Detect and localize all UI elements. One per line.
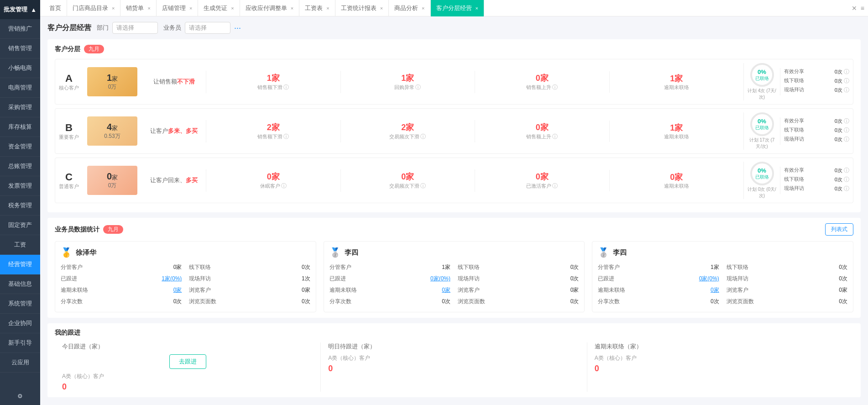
sidebar-item-云应用[interactable]: 云应用 xyxy=(0,353,40,373)
info-icon[interactable]: ⓘ xyxy=(844,87,849,93)
sidebar-item-系统管理[interactable]: 系统管理 xyxy=(0,294,40,314)
staff-stat-label: 逾期未联络 xyxy=(329,286,357,294)
sidebar-item-营销推广[interactable]: 营销推广 xyxy=(0,19,40,39)
sidebar-item-总账管理[interactable]: 总账管理 xyxy=(0,157,40,176)
staff-stat-row: 逾期未联络 0家 xyxy=(61,285,182,295)
tab-close-icon[interactable]: × xyxy=(291,5,293,11)
tab-close-icon[interactable]: × xyxy=(147,5,150,11)
tab-close-icon[interactable]: × xyxy=(326,5,329,11)
list-view-button[interactable]: 列表式 xyxy=(825,223,853,236)
sidebar-item-工资[interactable]: 工资 xyxy=(0,235,40,255)
info-icon[interactable]: ⓘ xyxy=(283,84,289,91)
info-icon[interactable]: ⓘ xyxy=(415,84,421,91)
tier-stat-item: 1家 逾期未联络 xyxy=(609,121,744,142)
staff-stat-label: 现场拜访 xyxy=(458,275,480,283)
staff-stat-row: 分管客户 0家 xyxy=(61,263,182,272)
followup-section-header: 我的跟进 xyxy=(55,329,853,337)
info-icon[interactable]: ⓘ xyxy=(552,133,558,141)
info-icon[interactable]: ⓘ xyxy=(844,127,849,133)
tab-应收应付调整单[interactable]: 应收应付调整单× xyxy=(240,0,299,16)
sidebar-footer-settings[interactable]: ⚙ xyxy=(0,387,40,405)
staff-medal-icon: 🥇 xyxy=(61,247,72,258)
sidebar-item-新手引导[interactable]: 新手引导 xyxy=(0,333,40,353)
more-filter-icon[interactable]: ··· xyxy=(234,23,241,33)
followup-sub-label: A类（核心）客户 xyxy=(595,354,846,362)
tab-工资表[interactable]: 工资表× xyxy=(299,0,335,16)
staff-stat-row: 逾期未联络 0家 xyxy=(598,285,719,295)
dept-select[interactable]: 请选择 xyxy=(112,22,158,34)
tab-生成凭证[interactable]: 生成凭证× xyxy=(198,0,240,16)
staff-select[interactable]: 请选择 xyxy=(185,22,230,34)
sidebar-item-库存核算[interactable]: 库存核算 xyxy=(0,117,40,137)
sidebar-header[interactable]: 批发管理 ▲ xyxy=(0,0,40,19)
info-icon[interactable]: ⓘ xyxy=(844,176,849,183)
staff-stat-value: 0次 xyxy=(173,298,182,305)
sidebar-item-发票管理[interactable]: 发票管理 xyxy=(0,176,40,196)
followup-value: 0 xyxy=(328,364,579,373)
sidebar-item-小畅电商[interactable]: 小畅电商 xyxy=(0,58,40,78)
sidebar-item-基础信息[interactable]: 基础信息 xyxy=(0,274,40,294)
info-icon[interactable]: ⓘ xyxy=(844,78,849,84)
tab-首页[interactable]: 首页 xyxy=(44,0,67,16)
tab-close-icon[interactable]: × xyxy=(380,5,383,11)
goto-followup-button[interactable]: 去跟进 xyxy=(169,354,206,369)
right-stat-line: 有效分享0次 ⓘ xyxy=(784,68,849,76)
staff-stat-value[interactable]: 0家 xyxy=(173,286,182,294)
sidebar-item-电商管理[interactable]: 电商管理 xyxy=(0,78,40,98)
info-icon[interactable]: ⓘ xyxy=(283,133,289,141)
tab-close-all-icon[interactable]: ✕ xyxy=(852,5,857,12)
followup-col-0: 今日跟进（家） 去跟进 A类（核心）客户 0 xyxy=(55,342,321,392)
staff-stat-row: 现场拜访 0次 xyxy=(458,274,579,284)
staff-stat-label: 已跟进 xyxy=(598,275,614,283)
staff-stat-value[interactable]: 0家 xyxy=(442,286,450,294)
staff-stat-label: 已跟进 xyxy=(61,275,77,283)
staff-stat-value[interactable]: 0家 xyxy=(711,286,719,294)
tab-门店商品目录[interactable]: 门店商品目录× xyxy=(67,0,120,16)
sidebar-item-企业协同[interactable]: 企业协同 xyxy=(0,314,40,333)
staff-stat-value: 0次 xyxy=(302,263,310,271)
sidebar-item-采购管理[interactable]: 采购管理 xyxy=(0,98,40,117)
tier-slogan-A: 让销售额不下滑 xyxy=(142,78,206,86)
tab-店铺管理[interactable]: 店铺管理× xyxy=(157,0,198,16)
sidebar-item-资金管理[interactable]: 资金管理 xyxy=(0,137,40,157)
tab-close-icon[interactable]: × xyxy=(231,5,234,11)
sidebar-item-经营管理[interactable]: 经营管理 xyxy=(0,255,40,274)
info-icon[interactable]: ⓘ xyxy=(420,133,426,141)
info-icon[interactable]: ⓘ xyxy=(844,68,849,75)
info-icon[interactable]: ⓘ xyxy=(281,182,287,190)
info-icon[interactable]: ⓘ xyxy=(844,136,849,142)
tab-工资统计报表[interactable]: 工资统计报表× xyxy=(335,0,389,16)
info-icon[interactable]: ⓘ xyxy=(844,185,849,192)
tab-close-icon[interactable]: × xyxy=(476,5,478,11)
sidebar-item-税务管理[interactable]: 税务管理 xyxy=(0,196,40,216)
tab-close-icon[interactable]: × xyxy=(112,5,115,11)
sidebar-collapse-icon[interactable]: ▲ xyxy=(31,6,37,13)
tier-stats-C: 0家 休眠客户 ⓘ 0家 交易频次下滑 ⓘ 0家 已激活客户 ⓘ 0家 逾期未联… xyxy=(206,169,743,192)
tab-close-icon[interactable]: × xyxy=(189,5,192,11)
tier-slogan-C: 让客户回来、多买 xyxy=(142,176,206,184)
staff-stat-value[interactable]: 1家(0%) xyxy=(162,275,182,283)
tab-销货单[interactable]: 销货单× xyxy=(120,0,156,16)
info-icon[interactable]: ⓘ xyxy=(552,84,558,91)
tab-close-icon[interactable]: × xyxy=(422,5,424,11)
sidebar-item-销售管理[interactable]: 销售管理 xyxy=(0,39,40,58)
info-icon[interactable]: ⓘ xyxy=(552,182,558,190)
staff-stat-value: 0家 xyxy=(570,286,579,294)
tab-客户分层经营[interactable]: 客户分层经营× xyxy=(431,0,484,16)
content-area: 客户分层经营 部门 请选择 业务员 请选择 ··· 客户分层 九月 A核心客户 xyxy=(40,16,868,405)
sidebar-title: 批发管理 xyxy=(4,5,27,14)
info-icon[interactable]: ⓘ xyxy=(844,167,849,174)
tier-label-C: C普通客户 xyxy=(55,171,83,190)
staff-card-李四: 🥈 李四 分管客户 1家 线下联络 0次 已跟进 0家(0%) 现场拜访 0次 … xyxy=(324,241,585,312)
tier-stats-B: 2家 销售额下滑 ⓘ 2家 交易频次下滑 ⓘ 0家 销售额上升 ⓘ 1家 逾期未… xyxy=(206,120,743,142)
staff-stat-value[interactable]: 0家(0%) xyxy=(699,275,719,283)
tab-商品分析[interactable]: 商品分析× xyxy=(389,0,430,16)
staff-stat-value[interactable]: 0家(0%) xyxy=(430,275,450,283)
staff-stat-value: 1次 xyxy=(302,275,310,283)
tab-menu-icon[interactable]: ≡ xyxy=(861,5,864,12)
staff-stat-label: 现场拜访 xyxy=(189,275,211,283)
sidebar-item-固定资产[interactable]: 固定资产 xyxy=(0,216,40,235)
info-icon[interactable]: ⓘ xyxy=(844,118,849,124)
staff-stats-grid: 分管客户 1家 线下联络 0次 已跟进 0家(0%) 现场拜访 0次 逾期未联络… xyxy=(329,263,579,306)
info-icon[interactable]: ⓘ xyxy=(420,182,426,190)
